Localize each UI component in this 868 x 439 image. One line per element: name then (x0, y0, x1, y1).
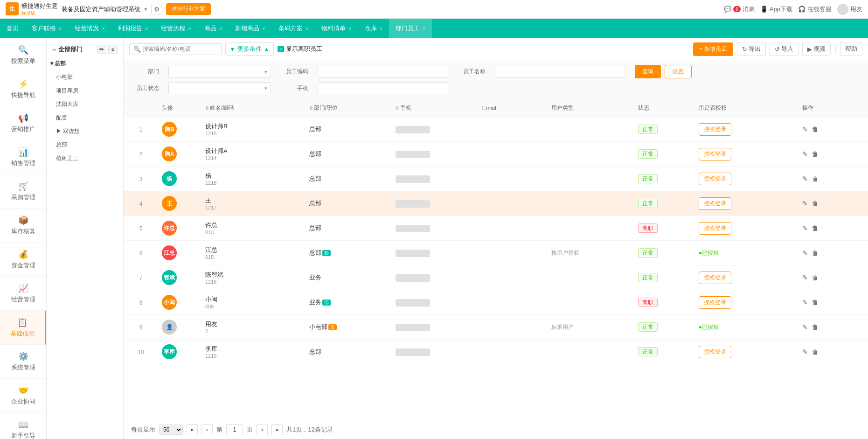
edit-btn[interactable]: ✎ (802, 150, 808, 158)
nav-tab-close[interactable]: × (306, 26, 308, 31)
dept-tree-item[interactable]: 植树王三 (47, 152, 123, 165)
nav-tab[interactable]: 首页 (0, 19, 25, 38)
row-auth[interactable]: 授权登录 (695, 191, 799, 216)
last-page-btn[interactable]: » (271, 424, 283, 435)
edit-btn[interactable]: ✎ (802, 125, 808, 133)
nav-tab[interactable]: 利润报告× (111, 19, 154, 38)
dept-tree-item[interactable]: 总部 (47, 138, 123, 152)
nav-tab[interactable]: 部门员工× (389, 19, 432, 38)
nav-tab-close[interactable]: × (423, 26, 425, 31)
delete-btn[interactable]: 🗑 (812, 274, 818, 281)
nav-tab[interactable]: 商品× (198, 19, 229, 38)
left-nav-item[interactable]: 📖新手引导 (0, 413, 46, 439)
row-auth[interactable]: 授权登录 (695, 290, 799, 315)
nav-tab[interactable]: 经营情况× (68, 19, 111, 38)
left-nav-item[interactable]: 💰资金管理 (0, 243, 46, 277)
left-nav-item[interactable]: 📋基础信息 (0, 311, 46, 345)
dept-tree-item[interactable]: 小电部 (47, 70, 123, 84)
left-nav-item[interactable]: 📦库存核算 (0, 209, 46, 243)
delete-btn[interactable]: 🗑 (812, 150, 818, 158)
dropdown-icon[interactable]: ▾ (144, 6, 147, 13)
phone-input[interactable] (318, 82, 448, 94)
page-input[interactable] (226, 424, 243, 435)
edit-btn[interactable]: ✎ (802, 200, 808, 207)
online-service-area[interactable]: 🎧 在线客服 (798, 5, 832, 14)
auth-btn[interactable]: 授权登录 (699, 296, 731, 309)
nav-tab[interactable]: 经营历程× (154, 19, 197, 38)
row-auth[interactable]: 授权登录 (695, 340, 799, 364)
row-auth[interactable]: 授权登录 (695, 265, 799, 290)
first-page-btn[interactable]: « (187, 424, 198, 435)
nav-tab[interactable]: 客户联络× (25, 19, 68, 38)
dept-tree-item[interactable]: ▶ 双虚想 (47, 125, 123, 138)
next-page-btn[interactable]: › (257, 424, 268, 435)
auth-btn[interactable]: 授权登录 (699, 148, 731, 160)
show-resigned-toggle[interactable]: ✓ 显示离职员工 (278, 45, 322, 53)
set-btn[interactable]: 设置 (665, 65, 692, 78)
left-nav-item[interactable]: 🤝企业协同 (0, 379, 46, 413)
dept-collapse-btn[interactable]: « (108, 45, 118, 54)
auth-btn[interactable]: 授权登录 (699, 197, 731, 210)
dept-edit-btn[interactable]: ✏ (97, 45, 106, 54)
edit-btn[interactable]: ✎ (802, 249, 808, 257)
emp-status-select[interactable] (168, 82, 271, 94)
app-download-area[interactable]: 📱 App下载 (760, 5, 792, 14)
nav-tab-close[interactable]: × (59, 26, 62, 31)
row-auth[interactable]: 授权登录 (695, 167, 799, 191)
query-btn[interactable]: 查询 (635, 65, 661, 78)
edit-btn[interactable]: ✎ (802, 323, 808, 331)
emp-code-input[interactable] (318, 66, 448, 78)
dept-select[interactable] (168, 66, 271, 78)
left-nav-item[interactable]: 📢营销推广 (0, 106, 46, 140)
delete-btn[interactable]: 🗑 (812, 200, 818, 207)
help-btn[interactable]: 帮助 (840, 42, 862, 56)
search-box[interactable]: 🔍 (129, 43, 222, 55)
row-auth[interactable]: 授权登录 (695, 142, 799, 167)
dept-tree-item[interactable]: 沈阳大库 (47, 98, 123, 111)
delete-btn[interactable]: 🗑 (812, 299, 818, 306)
trial-button[interactable]: 体验行业方案 (166, 3, 211, 15)
row-auth[interactable]: 授权登录 (695, 117, 799, 142)
emp-name-input[interactable] (495, 66, 625, 78)
dept-tree-item[interactable]: 项目库房 (47, 84, 123, 98)
nav-tab-close[interactable]: × (102, 26, 104, 31)
export-btn[interactable]: ↻ 导出 (737, 42, 766, 56)
left-nav-item[interactable]: ⚙️系统管理 (0, 345, 46, 379)
nav-tab-close[interactable]: × (348, 26, 351, 31)
nav-tab-close[interactable]: × (145, 26, 148, 31)
edit-btn[interactable]: ✎ (802, 348, 808, 355)
nav-tab[interactable]: 新增商品× (229, 19, 271, 38)
auth-btn[interactable]: 授权登录 (699, 272, 731, 284)
delete-btn[interactable]: 🗑 (812, 175, 818, 182)
add-employee-btn[interactable]: + 新增员工 (693, 42, 733, 56)
dept-tree-item[interactable]: ▾ 总部 (47, 57, 123, 70)
delete-btn[interactable]: 🗑 (812, 249, 818, 257)
edit-btn[interactable]: ✎ (802, 274, 808, 281)
delete-btn[interactable]: 🗑 (812, 125, 818, 133)
nav-tab-close[interactable]: × (262, 26, 265, 31)
per-page-select[interactable]: 50 100 (159, 425, 183, 435)
more-filter-btn[interactable]: ▼ 更多条件 ▲ (225, 42, 274, 56)
settings-icon[interactable]: ⚙ (151, 4, 162, 15)
edit-btn[interactable]: ✎ (802, 175, 808, 182)
nav-tab[interactable]: 条码方案× (272, 19, 315, 38)
video-btn[interactable]: ▶ 视频 (802, 42, 831, 56)
nav-tab-close[interactable]: × (380, 26, 382, 31)
dept-tree-item[interactable]: 配货 (47, 111, 123, 125)
nav-tab-close[interactable]: × (188, 26, 191, 31)
user-area[interactable]: 用友 (837, 4, 862, 15)
auth-btn[interactable]: 授权登录 (699, 346, 731, 358)
delete-btn[interactable]: 🗑 (812, 348, 818, 355)
edit-btn[interactable]: ✎ (802, 224, 808, 232)
left-nav-item[interactable]: ⚡快捷导航 (0, 72, 46, 106)
auth-btn[interactable]: 授权登录 (699, 222, 731, 235)
search-input[interactable] (143, 46, 217, 52)
nav-tab[interactable]: 物料清单× (315, 19, 358, 38)
auth-btn[interactable]: 授权登录 (699, 123, 731, 136)
nav-tab[interactable]: 仓库× (358, 19, 389, 38)
left-nav-item[interactable]: 🛒采购管理 (0, 174, 46, 209)
row-auth[interactable]: 授权登录 (695, 216, 799, 241)
left-nav-item[interactable]: 📊销售管理 (0, 140, 46, 174)
prev-page-btn[interactable]: ‹ (201, 424, 213, 435)
left-nav-item[interactable]: 📈经营管理 (0, 277, 46, 311)
